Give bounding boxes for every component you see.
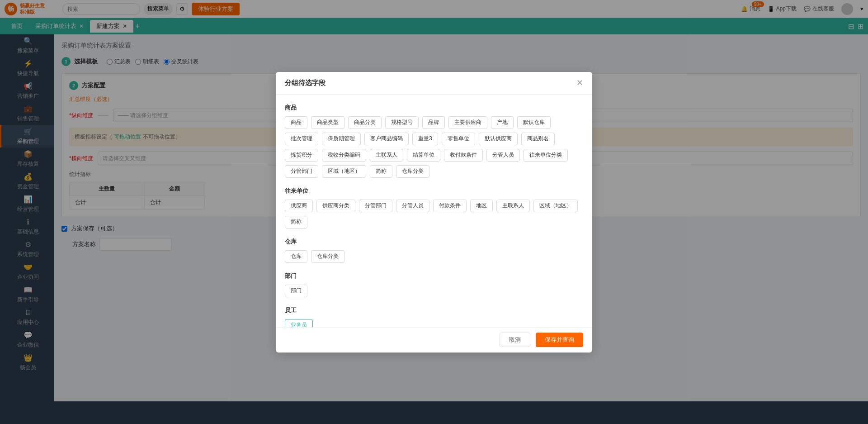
field-tag-partner-7[interactable]: 区域（地区） [533,200,578,212]
field-tag-goods-17[interactable]: 主联系人 [370,149,403,162]
field-group-goods-title: 商品 [285,104,583,112]
field-tag-goods-20[interactable]: 分管人员 [486,149,520,162]
field-tags-warehouse: 仓库 仓库分类 [285,250,583,263]
dialog-close-button[interactable]: ✕ [576,78,583,88]
field-tag-goods-0[interactable]: 商品 [285,116,307,129]
field-tag-goods-16[interactable]: 税收分类编码 [322,149,366,162]
field-tag-partner-3[interactable]: 分管人员 [396,200,429,212]
field-tag-goods-25[interactable]: 仓库分类 [396,165,429,178]
field-group-partner-title: 往来单位 [285,187,583,195]
cancel-button[interactable]: 取消 [500,333,530,347]
field-tag-goods-8[interactable]: 批次管理 [285,133,318,145]
dialog-footer: 取消 保存并查询 [276,327,592,353]
field-tag-goods-15[interactable]: 拣货积分 [285,149,318,162]
field-tag-goods-13[interactable]: 默认供应商 [479,133,518,145]
field-tag-warehouse-1[interactable]: 仓库分类 [311,250,344,263]
field-tag-goods-19[interactable]: 收付款条件 [444,149,483,162]
field-tag-partner-8[interactable]: 简称 [285,216,307,229]
field-group-dept-title: 部门 [285,272,583,280]
save-query-button[interactable]: 保存并查询 [536,333,583,347]
field-tags-dept: 部门 [285,285,583,297]
field-tag-goods-12[interactable]: 零售单位 [442,133,475,145]
field-tags-employee: 业务员 [285,319,583,327]
field-group-partner: 往来单位 供应商 供应商分类 分管部门 分管人员 付款条件 地区 主联系人 区域… [285,187,583,229]
field-group-goods: 商品 商品 商品类型 商品分类 规格型号 品牌 主要供应商 产地 默认仓库 批次… [285,104,583,178]
field-tag-goods-3[interactable]: 规格型号 [385,116,419,129]
field-tag-goods-14[interactable]: 商品别名 [521,133,555,145]
dialog-header: 分组待选字段 ✕ [276,72,592,95]
field-tag-partner-6[interactable]: 主联系人 [496,200,530,212]
field-tag-goods-23[interactable]: 区域（地区） [322,165,366,178]
field-tag-dept-0[interactable]: 部门 [285,285,307,297]
field-tag-goods-9[interactable]: 保质期管理 [322,133,361,145]
field-tag-goods-18[interactable]: 结算单位 [407,149,440,162]
field-tag-goods-24[interactable]: 简称 [370,165,392,178]
field-tag-goods-6[interactable]: 产地 [491,116,514,129]
field-tag-partner-2[interactable]: 分管部门 [359,200,392,212]
field-tags-partner: 供应商 供应商分类 分管部门 分管人员 付款条件 地区 主联系人 区域（地区） … [285,200,583,229]
field-group-warehouse-title: 仓库 [285,238,583,246]
field-tag-goods-22[interactable]: 分管部门 [285,165,318,178]
field-tag-partner-0[interactable]: 供应商 [285,200,313,212]
dialog-title: 分组待选字段 [285,79,326,87]
field-tag-goods-11[interactable]: 重量3 [412,133,438,145]
field-tag-goods-5[interactable]: 主要供应商 [448,116,487,129]
dialog-body: 商品 商品 商品类型 商品分类 规格型号 品牌 主要供应商 产地 默认仓库 批次… [276,95,592,327]
field-tag-partner-4[interactable]: 付款条件 [433,200,467,212]
field-tags-goods: 商品 商品类型 商品分类 规格型号 品牌 主要供应商 产地 默认仓库 批次管理 … [285,116,583,178]
field-picker-dialog: 分组待选字段 ✕ 商品 商品 商品类型 商品分类 规格型号 品牌 主要供应商 产… [276,72,592,353]
field-group-warehouse: 仓库 仓库 仓库分类 [285,238,583,263]
field-tag-goods-1[interactable]: 商品类型 [311,116,344,129]
field-group-dept: 部门 部门 [285,272,583,297]
field-group-employee: 员工 业务员 [285,306,583,327]
field-tag-employee-0[interactable]: 业务员 [285,319,313,327]
dialog-overlay: 分组待选字段 ✕ 商品 商品 商品类型 商品分类 规格型号 品牌 主要供应商 产… [0,0,868,424]
field-tag-goods-4[interactable]: 品牌 [422,116,445,129]
field-tag-partner-1[interactable]: 供应商分类 [316,200,355,212]
field-tag-goods-21[interactable]: 往来单位分类 [524,149,568,162]
field-tag-warehouse-0[interactable]: 仓库 [285,250,307,263]
field-group-employee-title: 员工 [285,306,583,314]
field-tag-goods-10[interactable]: 客户商品编码 [364,133,409,145]
field-tag-goods-7[interactable]: 默认仓库 [517,116,551,129]
field-tag-partner-5[interactable]: 地区 [470,200,493,212]
field-tag-goods-2[interactable]: 商品分类 [348,116,382,129]
